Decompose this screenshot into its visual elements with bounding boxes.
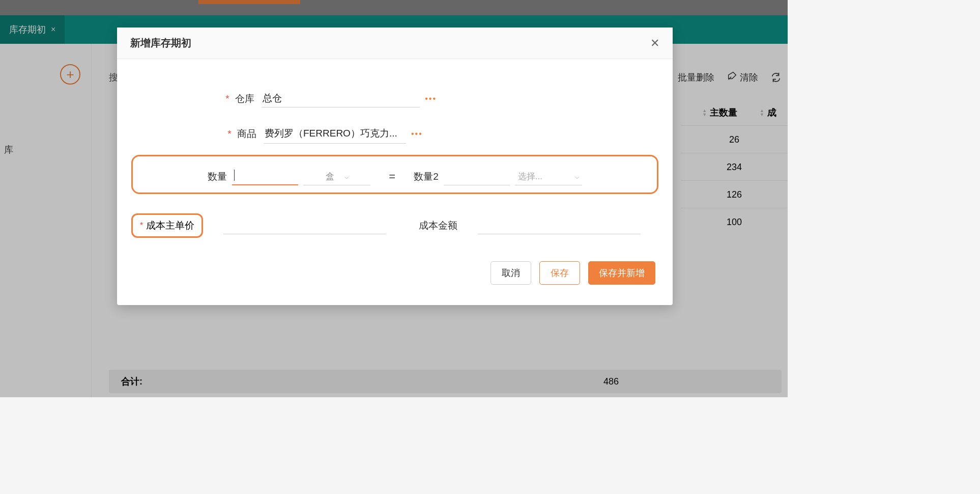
modal-header: 新增库存期初 ✕: [117, 28, 673, 59]
quantity-group-1: 数量 盒 ⌵: [208, 168, 370, 185]
required-mark: *: [227, 128, 231, 139]
cost-amount-input[interactable]: [478, 217, 641, 234]
field-product: * 商品 费列罗（FERRERO）巧克力... •••: [182, 124, 457, 144]
modal-close-button[interactable]: ✕: [650, 37, 659, 50]
chevron-down-icon: ⌵: [344, 172, 349, 180]
qty-label: 数量: [208, 170, 227, 183]
unit1-select[interactable]: 盒 ⌵: [303, 168, 370, 185]
chevron-down-icon: ⌵: [575, 172, 579, 180]
cost-amount-label: 成本金额: [419, 219, 457, 232]
modal-title: 新增库存期初: [130, 36, 191, 50]
cancel-button[interactable]: 取消: [491, 261, 531, 285]
equals-sign: =: [385, 170, 399, 183]
cost-unit-highlight-box: * 成本主单价: [131, 213, 203, 238]
field-warehouse: * 仓库 •••: [182, 90, 437, 107]
modal-body: * 仓库 ••• * 商品 费列罗（FERRERO）巧克力... ••• 数量: [117, 59, 673, 305]
unit2-placeholder: 选择...: [518, 171, 542, 182]
required-mark: *: [140, 221, 143, 230]
more-icon[interactable]: •••: [425, 94, 437, 103]
product-label: * 商品: [182, 127, 264, 141]
warehouse-input[interactable]: [262, 90, 420, 107]
cost-unit-input[interactable]: [223, 217, 386, 234]
warehouse-label: * 仓库: [182, 92, 262, 105]
save-and-new-button[interactable]: 保存并新增: [588, 261, 655, 285]
qty2-label: 数量2: [414, 170, 439, 183]
more-icon[interactable]: •••: [411, 129, 423, 139]
quantity2-input[interactable]: [444, 168, 510, 185]
required-mark: *: [225, 93, 229, 104]
quantity-group-2: 数量2 选择... ⌵: [414, 168, 582, 185]
product-input[interactable]: 费列罗（FERRERO）巧克力...: [264, 124, 406, 144]
save-button[interactable]: 保存: [539, 261, 580, 285]
unit1-value: 盒: [326, 171, 334, 182]
quantity-highlight-box: 数量 盒 ⌵ = 数量2 选择... ⌵: [131, 155, 658, 194]
modal-add-inventory: 新增库存期初 ✕ * 仓库 ••• * 商品 费列罗（FERRERO）巧克力..…: [117, 28, 673, 305]
cost-unit-label: 成本主单价: [146, 219, 194, 232]
cost-row: * 成本主单价 成本金额: [131, 213, 658, 238]
modal-footer: 取消 保存 保存并新增: [131, 261, 658, 285]
quantity-input[interactable]: [232, 168, 298, 185]
text-cursor: [234, 170, 235, 181]
unit2-select[interactable]: 选择... ⌵: [515, 168, 582, 185]
